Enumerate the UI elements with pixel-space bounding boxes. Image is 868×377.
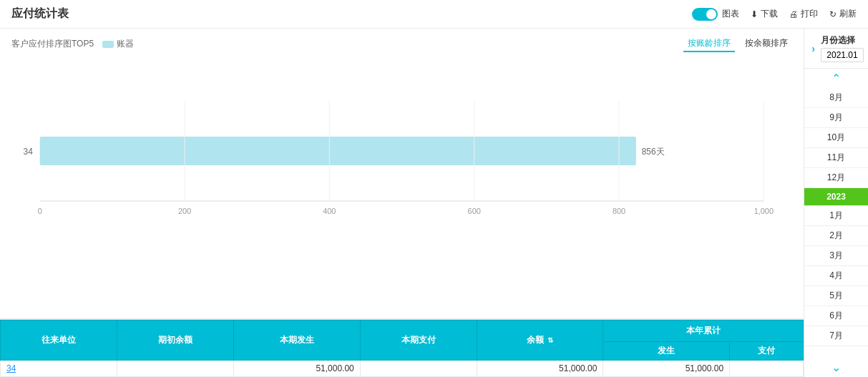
legend-color-box [102, 41, 114, 48]
chart-section: 客户应付排序图TOP5 账器 按账龄排序 按余额排序 [0, 29, 804, 319]
col-year-occur: 发生 [603, 342, 730, 361]
month-item-9[interactable]: 4月 [804, 266, 868, 286]
cell-opening [117, 361, 234, 377]
toggle-label: 图表 [722, 8, 739, 20]
svg-text:600: 600 [468, 207, 481, 215]
month-item-12[interactable]: 7月 [804, 326, 868, 346]
month-item-6[interactable]: 1月 [804, 206, 868, 226]
cell-current-pay [360, 361, 477, 377]
download-button[interactable]: ⬇ 下载 [751, 8, 778, 20]
chart-legend: 客户应付排序图TOP5 账器 [11, 38, 134, 50]
chart-toggle[interactable] [692, 8, 718, 21]
svg-text:800: 800 [613, 207, 625, 215]
cell-unit: 34 [1, 361, 117, 377]
month-item-4[interactable]: 12月 [804, 168, 868, 188]
sidebar-header: › 月份选择 [804, 29, 868, 69]
left-panel: 客户应付排序图TOP5 账器 按账龄排序 按余额排序 [0, 29, 804, 377]
legend-label: 账器 [117, 38, 134, 50]
svg-text:200: 200 [178, 207, 191, 215]
svg-rect-1 [40, 137, 636, 165]
legend-item: 账器 [102, 38, 134, 50]
month-list: 8月9月10月11月12月20231月2月3月4月5月6月7月 [804, 88, 868, 358]
svg-text:856天: 856天 [642, 147, 665, 157]
table-section: 往来单位 期初余额 本期发生 本期支付 余额 ⇅ 本年累计 [0, 319, 804, 377]
refresh-label: 刷新 [839, 8, 857, 20]
cell-year-pay [730, 361, 804, 377]
scroll-up-btn[interactable]: ⌃ [804, 69, 868, 88]
chart-area: 34 856天 0 200 400 600 [11, 58, 792, 244]
month-item-2[interactable]: 10月 [804, 128, 868, 148]
print-icon: 🖨 [789, 9, 798, 19]
svg-text:0: 0 [38, 207, 42, 215]
month-item-3[interactable]: 11月 [804, 148, 868, 168]
app-container: 应付统计表 图表 ⬇ 下载 🖨 打印 ↻ 刷新 [0, 0, 868, 377]
print-button[interactable]: 🖨 打印 [789, 8, 818, 20]
cell-balance: 51,000.00 [477, 361, 603, 377]
svg-text:400: 400 [323, 207, 336, 215]
right-sidebar: › 月份选择 ⌃ 8月9月10月11月12月20231月2月3月4月5月6月7月… [804, 29, 868, 377]
chart-svg: 34 856天 0 200 400 600 [11, 58, 792, 244]
year-input[interactable] [821, 48, 864, 62]
col-opening: 期初余额 [117, 320, 234, 361]
table-wrapper: 往来单位 期初余额 本期发生 本期支付 余额 ⇅ 本年累计 [0, 320, 804, 377]
col-year-pay: 支付 [730, 342, 804, 361]
refresh-icon: ↻ [829, 9, 837, 19]
chart-header: 客户应付排序图TOP5 账器 按账龄排序 按余额排序 [11, 36, 792, 52]
sidebar-collapse-btn[interactable]: › [809, 43, 818, 54]
col-current-pay: 本期支付 [360, 320, 477, 361]
svg-text:1,000: 1,000 [754, 207, 774, 215]
chart-title: 客户应付排序图TOP5 [11, 38, 94, 50]
month-item-11[interactable]: 6月 [804, 306, 868, 326]
page-title: 应付统计表 [11, 6, 69, 21]
download-icon: ⬇ [751, 9, 758, 19]
sidebar-header-label: 月份选择 [821, 34, 864, 46]
header-actions: 图表 ⬇ 下载 🖨 打印 ↻ 刷新 [692, 8, 857, 21]
col-balance: 余额 ⇅ [477, 320, 603, 361]
sidebar-header-content: 月份选择 [821, 34, 864, 62]
main-content: 客户应付排序图TOP5 账器 按账龄排序 按余额排序 [0, 29, 868, 377]
balance-icon: ⇅ [547, 336, 553, 344]
month-item-8[interactable]: 3月 [804, 246, 868, 266]
svg-text:34: 34 [24, 147, 34, 157]
sort-by-amount-btn[interactable]: 按账龄排序 [683, 36, 735, 52]
cell-year-occur: 51,000.00 [603, 361, 730, 377]
download-label: 下载 [761, 8, 778, 20]
col-unit: 往来单位 [1, 320, 117, 361]
month-item-10[interactable]: 5月 [804, 286, 868, 306]
unit-link[interactable]: 34 [6, 363, 16, 373]
sidebar-scroll: ⌃ 8月9月10月11月12月20231月2月3月4月5月6月7月 ⌄ [804, 69, 868, 377]
cell-current-occur: 51,000.00 [234, 361, 361, 377]
header: 应付统计表 图表 ⬇ 下载 🖨 打印 ↻ 刷新 [0, 0, 868, 29]
data-table: 往来单位 期初余额 本期发生 本期支付 余额 ⇅ 本年累计 [0, 320, 804, 377]
chart-sort: 按账龄排序 按余额排序 [683, 36, 792, 52]
month-item-0[interactable]: 8月 [804, 88, 868, 108]
refresh-button[interactable]: ↻ 刷新 [829, 8, 857, 20]
sort-by-balance-btn[interactable]: 按余额排序 [741, 36, 792, 52]
col-current-occur: 本期发生 [234, 320, 361, 361]
scroll-down-btn[interactable]: ⌄ [804, 358, 868, 377]
month-item-1[interactable]: 9月 [804, 108, 868, 128]
print-label: 打印 [801, 8, 818, 20]
month-item-5[interactable]: 2023 [804, 188, 868, 206]
chart-toggle-wrap: 图表 [692, 8, 739, 21]
table-row: 34 51,000.00 51,000.00 51,000.00 [1, 361, 804, 377]
month-item-7[interactable]: 2月 [804, 226, 868, 246]
col-year-group: 本年累计 [603, 320, 804, 342]
